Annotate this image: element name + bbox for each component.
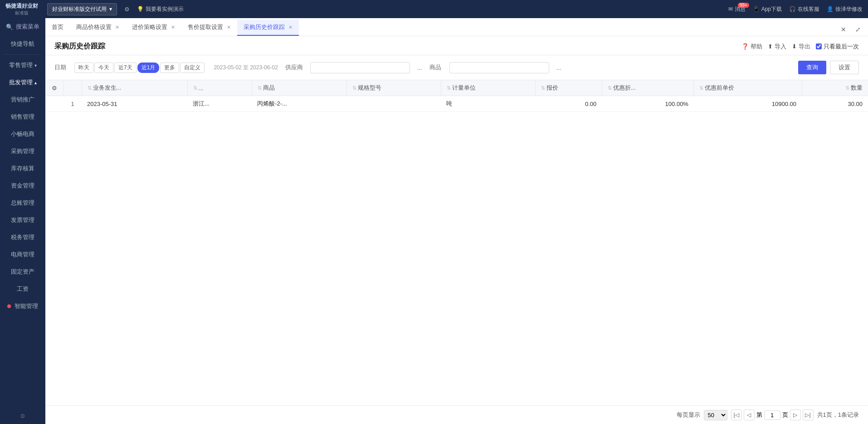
sidebar-item-salary[interactable]: 工资 <box>0 280 45 298</box>
sidebar-item-ecommerce-small[interactable]: 小畅电商 <box>0 125 45 143</box>
tab-goods-price-close[interactable]: ✕ <box>115 24 119 30</box>
sidebar-item-marketing[interactable]: 营销推广 <box>0 91 45 108</box>
sort-price[interactable]: ⇅ <box>541 85 545 91</box>
goods-more-btn[interactable]: ... <box>556 64 561 71</box>
inventory-label: 库存核算 <box>11 164 34 173</box>
message-icon: ✉ <box>728 6 733 12</box>
filter-actions: 查询 设置 <box>798 61 859 74</box>
tab-purchase-history[interactable]: 采购历史价跟踪 ✕ <box>237 19 299 36</box>
sidebar-item-ledger[interactable]: 总账管理 <box>0 194 45 212</box>
page-input[interactable] <box>764 410 780 420</box>
row-unit: 吨 <box>441 96 535 112</box>
th-pre-discount: ⇅ 优惠前单价 <box>694 80 802 96</box>
demo-btn[interactable]: 💡 我要看实例演示 <box>137 5 184 13</box>
app-name: 畅捷通好业财 <box>5 2 38 10</box>
top-bar: 畅捷通好业财 标准版 好业财标准版交付试用 ▾ ⚙ 💡 我要看实例演示 ✉ 消息… <box>0 0 868 18</box>
online-service-btn[interactable]: 🎧 在线客服 <box>789 5 819 13</box>
sidebar-item-smart[interactable]: 智能管理 <box>0 298 45 315</box>
tab-purchase-strategy[interactable]: 进价策略设置 ✕ <box>126 19 181 36</box>
sort-quantity[interactable]: ⇅ <box>845 85 849 91</box>
edition-chevron: ▾ <box>109 6 112 12</box>
page-next-btn[interactable]: ▷ <box>790 410 801 420</box>
purchase-label: 采购管理 <box>11 147 34 155</box>
export-label: 导出 <box>799 43 810 51</box>
settings-icon-btn[interactable]: ⚙ <box>121 3 133 15</box>
tab-bar-actions: ✕ ⤢ <box>834 23 868 36</box>
gear-icon[interactable]: ⚙ <box>52 85 57 92</box>
salary-label: 工资 <box>17 285 29 293</box>
sidebar-search[interactable]: 🔍 搜索菜单 <box>0 18 45 35</box>
sort-spec[interactable]: ⇅ <box>352 85 356 91</box>
page-title: 采购历史价跟踪 <box>54 42 105 51</box>
page-nav: |◁ ◁ 第 页 ▷ ▷| <box>731 410 814 420</box>
sidebar-divider-1 <box>5 54 41 55</box>
export-icon: ⬇ <box>792 43 797 50</box>
sort-asc-dots[interactable]: ⇅ <box>193 85 197 91</box>
tab-goods-price[interactable]: 商品价格设置 ✕ <box>70 19 126 36</box>
sidebar-item-sales[interactable]: 销售管理 <box>0 108 45 125</box>
per-page-select[interactable]: 20 50 100 <box>704 410 727 420</box>
date-btn-more[interactable]: 更多 <box>160 63 179 73</box>
app-download-btn[interactable]: 📱 App下载 <box>753 5 782 13</box>
edition-selector[interactable]: 好业财标准版交付试用 ▾ <box>47 3 117 15</box>
online-service-label: 在线客服 <box>798 5 819 13</box>
only-last-checkbox[interactable]: 只看最后一次 <box>816 43 859 51</box>
row-gear <box>45 96 63 112</box>
th-price-label: 报价 <box>546 84 558 92</box>
smart-dot <box>7 304 11 308</box>
sidebar-item-invoice[interactable]: 发票管理 <box>0 212 45 229</box>
tab-close-btn[interactable]: ✕ <box>837 23 850 36</box>
sidebar-item-ecommerce[interactable]: 电商管理 <box>0 246 45 263</box>
fixed-assets-label: 固定资产 <box>11 268 34 276</box>
sidebar-item-tax[interactable]: 税务管理 <box>0 229 45 246</box>
date-btn-yesterday[interactable]: 昨天 <box>74 63 93 73</box>
invoice-label: 发票管理 <box>11 216 34 224</box>
tab-price-extract[interactable]: 售价提取设置 ✕ <box>181 19 237 36</box>
tab-purchase-strategy-close[interactable]: ✕ <box>171 24 175 30</box>
sidebar-item-inventory[interactable]: 库存核算 <box>0 160 45 177</box>
tab-maximize-btn[interactable]: ⤢ <box>852 23 864 36</box>
date-btn-1month[interactable]: 近1月 <box>137 63 160 73</box>
sidebar-item-finance[interactable]: 资金管理 <box>0 177 45 194</box>
goods-input[interactable] <box>449 62 549 73</box>
main-layout: 🔍 搜索菜单 快捷导航 零售管理 ▾ 批发管理 ▴ 营销推广 销售管理 小畅电商… <box>0 18 868 424</box>
row-quantity: 30.00 <box>802 96 868 112</box>
sort-asc-date[interactable]: ⇅ <box>88 85 92 91</box>
supplier-input[interactable] <box>310 62 410 73</box>
sort-goods[interactable]: ⇅ <box>258 85 262 91</box>
user-btn[interactable]: 👤 徐泽华修改 <box>827 5 863 13</box>
edition-label: 好业财标准版交付试用 <box>52 5 107 13</box>
filter-settings-btn[interactable]: 设置 <box>830 61 859 74</box>
only-last-input[interactable] <box>816 43 822 49</box>
sidebar-item-wholesale[interactable]: 批发管理 ▴ <box>0 74 45 91</box>
date-btn-custom[interactable]: 自定义 <box>180 63 205 73</box>
sort-discount[interactable]: ⇅ <box>608 85 612 91</box>
date-btn-today[interactable]: 今天 <box>94 63 113 73</box>
page-prev-btn[interactable]: ◁ <box>744 410 755 420</box>
sort-unit[interactable]: ⇅ <box>447 85 451 91</box>
marketing-label: 营销推广 <box>11 96 34 104</box>
tab-home[interactable]: 首页 <box>45 19 70 36</box>
query-btn[interactable]: 查询 <box>798 61 826 74</box>
sidebar-item-quick-nav[interactable]: 快捷导航 <box>0 35 45 53</box>
messages-btn[interactable]: ✉ 消息 99+ <box>728 5 746 13</box>
sidebar-item-purchase[interactable]: 采购管理 <box>0 143 45 160</box>
app-edition: 标准版 <box>15 10 29 16</box>
supplier-more-btn[interactable]: ... <box>417 64 422 71</box>
page-first-btn[interactable]: |◁ <box>731 410 742 420</box>
import-btn[interactable]: ⬆ 导入 <box>768 43 786 51</box>
tab-price-extract-close[interactable]: ✕ <box>227 24 231 30</box>
sidebar-item-fixed-assets[interactable]: 固定资产 <box>0 263 45 280</box>
help-btn[interactable]: ❓ 帮助 <box>741 43 762 51</box>
row-num: 1 <box>63 96 82 112</box>
sidebar: 🔍 搜索菜单 快捷导航 零售管理 ▾ 批发管理 ▴ 营销推广 销售管理 小畅电商… <box>0 18 45 424</box>
sidebar-item-retail[interactable]: 零售管理 ▾ <box>0 57 45 74</box>
date-btn-7days[interactable]: 近7天 <box>114 63 137 73</box>
th-goods: ⇅ 商品 <box>252 80 346 96</box>
sort-pre-discount[interactable]: ⇅ <box>699 85 703 91</box>
export-btn[interactable]: ⬇ 导出 <box>792 43 810 51</box>
quick-nav-label: 快捷导航 <box>11 40 34 48</box>
tab-purchase-history-close[interactable]: ✕ <box>288 24 293 30</box>
sidebar-settings[interactable]: ⚙ <box>0 408 45 424</box>
page-last-btn[interactable]: ▷| <box>803 410 814 420</box>
